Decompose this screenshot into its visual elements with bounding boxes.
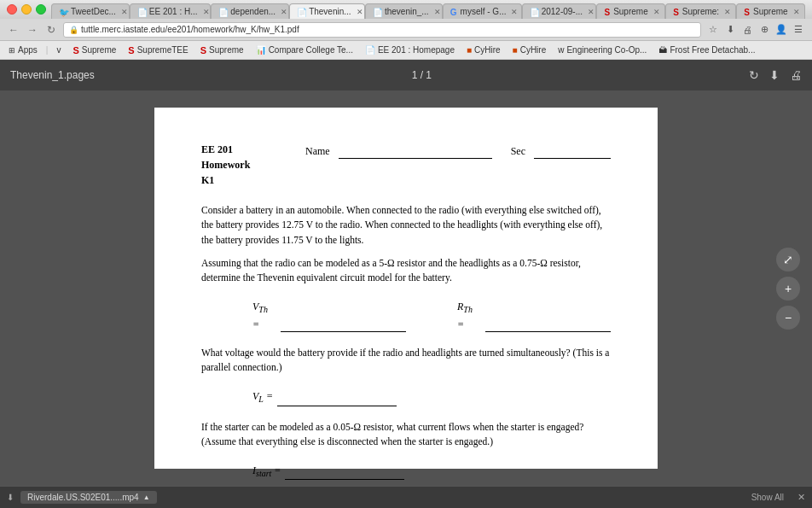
bookmark-label: CyHire bbox=[520, 45, 547, 55]
extensions-icon[interactable]: ⊕ bbox=[757, 24, 771, 35]
close-downloads-button[interactable]: ✕ bbox=[798, 492, 805, 503]
tab-thevenin[interactable]: 📄 Thevenin... ✕ bbox=[289, 3, 365, 19]
tab-close-icon[interactable]: ✕ bbox=[724, 8, 731, 16]
bookmark-label: v bbox=[56, 45, 61, 55]
istart-field bbox=[285, 468, 404, 480]
bookmark-label: Supreme bbox=[209, 45, 244, 55]
back-button[interactable]: ← bbox=[7, 23, 20, 37]
vl-line: VL = bbox=[252, 388, 611, 406]
bookmark-engcoop[interactable]: w Engineering Co-Op... bbox=[554, 44, 650, 57]
paragraph-1: Consider a battery in an automobile. Whe… bbox=[201, 203, 611, 248]
download-icon[interactable]: ⬇ bbox=[723, 24, 737, 35]
bookmark-compare[interactable]: 📊 Compare College Te... bbox=[252, 44, 357, 57]
istart-label: Istart = bbox=[252, 463, 281, 480]
rth-label: RTh = bbox=[457, 299, 481, 331]
url-field[interactable]: 🔒 tuttle.merc.iastate.edu/ee201/homework… bbox=[63, 22, 701, 38]
zoom-in-button[interactable]: + bbox=[776, 277, 800, 301]
pdf-viewer-header: Thevenin_1.pages 1 / 1 ↻ ⬇ 🖨 bbox=[0, 60, 812, 91]
bookmark-label: EE 201 : Homepage bbox=[378, 45, 455, 55]
bookmark-supreme1[interactable]: S Supreme bbox=[69, 44, 119, 57]
show-all-button[interactable]: Show All bbox=[751, 493, 784, 502]
urlbar: ← → ↻ 🔒 tuttle.merc.iastate.edu/ee201/ho… bbox=[0, 19, 812, 41]
tab-label: Supreme: bbox=[682, 7, 719, 16]
tab-supreme3[interactable]: S Supreme ✕ bbox=[736, 3, 805, 19]
tab-close-icon[interactable]: ✕ bbox=[511, 8, 518, 16]
rth-field bbox=[485, 320, 611, 332]
fullscreen-button[interactable] bbox=[36, 4, 46, 15]
bookmark-label: Supreme bbox=[82, 45, 117, 55]
tab-ee201h[interactable]: 📄 EE 201 : H... ✕ bbox=[130, 3, 211, 19]
tab-close-icon[interactable]: ✕ bbox=[281, 8, 287, 16]
vth-rth-line: VTh = RTh = bbox=[252, 299, 611, 331]
course-title: EE 201 bbox=[201, 142, 254, 157]
minus-icon: − bbox=[785, 311, 792, 324]
tab-favicon: S bbox=[744, 8, 750, 16]
tab-close-icon[interactable]: ✕ bbox=[653, 8, 660, 16]
bookmark-divider: | bbox=[46, 45, 49, 55]
bookmark-ee201[interactable]: 📄 EE 201 : Homepage bbox=[362, 44, 458, 57]
pdf-refresh-icon[interactable]: ↻ bbox=[749, 68, 759, 82]
tab-2012[interactable]: 📄 2012-09-... ✕ bbox=[522, 3, 597, 19]
bookmark-apps[interactable]: ⊞ Apps bbox=[5, 44, 41, 57]
pdf-print-icon[interactable]: 🖨 bbox=[790, 68, 802, 82]
supreme-icon-1: S bbox=[72, 45, 78, 55]
minimize-button[interactable] bbox=[21, 4, 32, 15]
plus-icon: + bbox=[785, 282, 792, 295]
tab-supreme2[interactable]: S Supreme: ✕ bbox=[665, 3, 736, 19]
tab-favicon: 📄 bbox=[297, 8, 305, 16]
tab-label: Thevenin... bbox=[309, 7, 351, 16]
vl-item: VL = bbox=[252, 388, 397, 406]
pdf-download-icon[interactable]: ⬇ bbox=[769, 68, 780, 82]
close-button[interactable] bbox=[7, 4, 17, 15]
bookmark-cyhire1[interactable]: ■ CyHire bbox=[463, 44, 504, 57]
forward-button[interactable]: → bbox=[26, 23, 39, 37]
sec-field bbox=[534, 147, 611, 159]
compare-icon: 📊 bbox=[256, 45, 266, 55]
tab-close-icon[interactable]: ✕ bbox=[121, 8, 128, 16]
zoom-out-button[interactable]: − bbox=[776, 306, 800, 330]
fit-to-page-button[interactable]: ⤢ bbox=[776, 248, 800, 272]
tab-favicon: 📄 bbox=[530, 8, 538, 16]
tab-thevenin2[interactable]: 📄 thevenin_... ✕ bbox=[365, 3, 443, 19]
bookmark-label: Engineering Co-Op... bbox=[566, 45, 647, 55]
tab-close-icon[interactable]: ✕ bbox=[793, 8, 800, 16]
tab-dependent[interactable]: 📄 dependen... ✕ bbox=[211, 3, 289, 19]
vl-label: VL = bbox=[252, 388, 273, 406]
bookmark-v[interactable]: v bbox=[53, 44, 64, 57]
show-all-label: Show All bbox=[751, 493, 784, 502]
engcoop-icon: w bbox=[558, 45, 564, 55]
download-item[interactable]: Riverdale.US.S02E01.....mp4 ▲ bbox=[20, 491, 157, 504]
sec-label: Sec bbox=[511, 143, 525, 159]
user-icon[interactable]: 👤 bbox=[774, 24, 788, 35]
name-label: Name bbox=[305, 143, 330, 159]
tab-label: thevenin_... bbox=[385, 7, 429, 16]
paragraph-4: If the starter can be modeled as a 0.05-… bbox=[201, 420, 611, 450]
bookmark-frost[interactable]: 🏔 Frost Free Detachab... bbox=[655, 44, 758, 57]
print-icon[interactable]: 🖨 bbox=[740, 25, 754, 35]
hw-body: Consider a battery in an automobile. Whe… bbox=[201, 203, 611, 480]
tab-favicon: 🐦 bbox=[59, 8, 67, 16]
bookmark-cyhire2[interactable]: ■ CyHire bbox=[509, 44, 550, 57]
tab-tweetdeck[interactable]: 🐦 TweetDec... ✕ bbox=[51, 3, 130, 19]
bookmark-star-icon[interactable]: ☆ bbox=[706, 24, 720, 35]
tab-supreme1[interactable]: S Supreme ✕ bbox=[596, 3, 665, 19]
downloads-arrow-icon: ⬇ bbox=[7, 493, 14, 502]
tab-myself[interactable]: G myself - G... ✕ bbox=[443, 3, 522, 19]
bookmarks-bar: ⊞ Apps | v S Supreme S SupremeTEE S Supr… bbox=[0, 41, 812, 60]
menu-icon[interactable]: ☰ bbox=[792, 24, 805, 35]
cyhire2-icon: ■ bbox=[513, 45, 518, 55]
tab-close-icon[interactable]: ✕ bbox=[357, 8, 363, 16]
ee201-icon: 📄 bbox=[365, 45, 375, 55]
tab-favicon: S bbox=[673, 8, 679, 16]
tab-close-icon[interactable]: ✕ bbox=[434, 8, 441, 16]
pdf-page-indicator: 1 / 1 bbox=[412, 69, 432, 81]
refresh-button[interactable]: ↻ bbox=[44, 23, 58, 37]
tab-close-icon[interactable]: ✕ bbox=[203, 8, 210, 16]
bookmark-supreme2[interactable]: S Supreme bbox=[197, 44, 247, 57]
bookmark-supremetee[interactable]: S SupremeTEE bbox=[125, 44, 191, 57]
tab-close-icon[interactable]: ✕ bbox=[588, 8, 594, 16]
istart-item: Istart = bbox=[252, 463, 404, 480]
toolbar-icons: ☆ ⬇ 🖨 ⊕ 👤 ☰ bbox=[706, 24, 805, 35]
cyhire1-icon: ■ bbox=[467, 45, 472, 55]
tab-label: EE 201 : H... bbox=[149, 7, 198, 16]
